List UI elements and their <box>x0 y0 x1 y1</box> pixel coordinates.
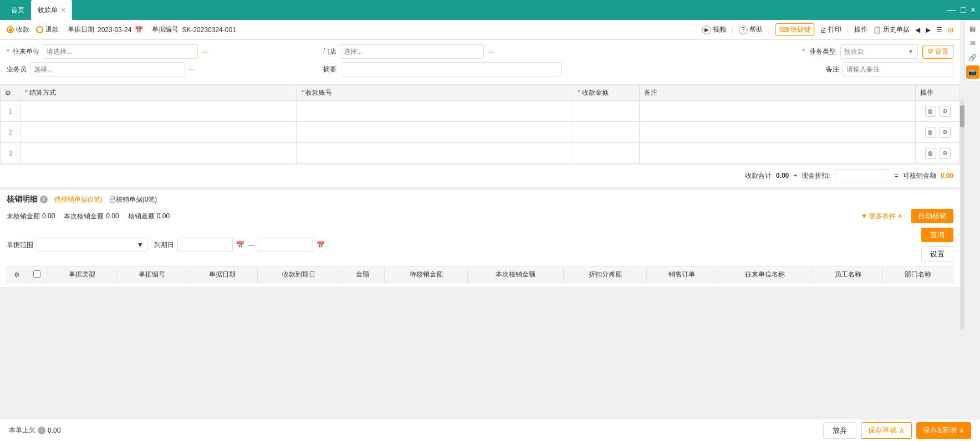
discount-input[interactable] <box>835 169 890 182</box>
maximize-icon[interactable]: □ <box>961 5 966 15</box>
verify-settings-btn[interactable]: 设置 <box>921 247 953 262</box>
receipt-tab: 收款单 × <box>31 0 72 20</box>
calendar-icon[interactable]: 📅 <box>135 26 143 34</box>
row-1-settlement[interactable] <box>21 101 297 122</box>
query-btn[interactable]: 查询 <box>921 228 953 242</box>
sidebar-camera-icon[interactable]: 📷 <box>966 65 979 79</box>
unverified-value: 0.00 <box>42 212 55 220</box>
remark-input-2[interactable] <box>640 122 915 142</box>
date-to-input[interactable]: 2022-04-12 <box>258 238 313 252</box>
summary-input[interactable] <box>340 62 562 76</box>
scrollbar-track <box>960 100 964 330</box>
scrollbar-thumb[interactable] <box>960 105 964 127</box>
settings-btn[interactable]: ⚙ 设置 <box>922 45 953 59</box>
video-btn[interactable]: ▶ 视频 <box>702 25 726 34</box>
account-input-3[interactable] <box>297 143 572 163</box>
col-counterpart-name: 往来单位名称 <box>717 267 813 283</box>
print-btn[interactable]: 🖨 打印 <box>820 25 841 34</box>
col-doc-type: 单据类型 <box>47 267 118 283</box>
account-input-2[interactable] <box>297 122 572 142</box>
grid-view-btn[interactable]: ⊞ <box>948 26 953 34</box>
store-ellipsis[interactable]: ··· <box>487 47 494 56</box>
copy-icon-1[interactable]: ⊕ <box>940 106 951 117</box>
operate-btn[interactable]: 操作 <box>854 25 867 34</box>
col-header-remark: 备注 <box>639 85 915 101</box>
row-3-account[interactable] <box>297 143 573 164</box>
sidebar-table-icon[interactable]: ▦ <box>966 22 979 35</box>
tab-close-icon[interactable]: × <box>61 0 65 20</box>
row-2-remark[interactable] <box>639 122 915 143</box>
info-icon: i <box>40 196 48 203</box>
row-2-amount[interactable] <box>573 122 639 143</box>
counterpart-input[interactable] <box>43 44 198 59</box>
pending-tab[interactable]: 待核销单据(0笔) <box>54 195 103 204</box>
salesperson-field: 业务员 ··· <box>7 62 321 76</box>
delete-icon-1[interactable]: 🗑 <box>925 106 936 117</box>
list-view-btn[interactable]: ☰ <box>936 26 942 34</box>
range-chevron-icon: ▼ <box>137 241 144 249</box>
nav-next-btn[interactable]: ▶ <box>926 26 931 34</box>
help-btn[interactable]: ? 帮助 <box>739 25 763 34</box>
copy-icon-2[interactable]: ⊕ <box>940 127 951 138</box>
row-2-account[interactable] <box>297 122 573 143</box>
remark-input-3[interactable] <box>640 143 915 163</box>
settlement-input-2[interactable] <box>21 122 296 142</box>
row-1-account[interactable] <box>297 101 573 122</box>
range-label: 单据范围 <box>7 240 33 250</box>
range-select[interactable]: ▼ <box>37 238 147 252</box>
store-input[interactable] <box>340 44 484 59</box>
pending-done-label[interactable]: 已核销单据(0笔) <box>109 195 157 204</box>
delete-icon-3[interactable]: 🗑 <box>925 148 936 159</box>
store-label: 门店 <box>323 47 336 57</box>
delete-icon-2[interactable]: 🗑 <box>925 127 936 138</box>
nav-prev-btn[interactable]: ◀ <box>915 26 920 34</box>
account-input-1[interactable] <box>297 101 572 121</box>
settlement-input-3[interactable] <box>21 143 296 163</box>
calendar-to-icon[interactable]: 📅 <box>317 241 325 249</box>
table-row: 1 🗑 ⊕ <box>1 101 960 122</box>
bottom-gear-icon[interactable]: ⚙ <box>14 271 20 279</box>
bottom-table-settings-header: ⚙ <box>7 267 27 283</box>
counterpart-label: 往来单位 <box>13 47 39 57</box>
history-btn[interactable]: 📋 历史单据 <box>873 25 910 34</box>
number-value: SK-20230324-001 <box>182 26 236 34</box>
row-no-3: 3 <box>1 143 21 164</box>
amount-input-3[interactable] <box>573 143 639 163</box>
more-filter-btn[interactable]: ▼ 更多条件 ∧ <box>861 212 902 221</box>
settlement-input-1[interactable] <box>21 101 296 121</box>
row-3-settlement[interactable] <box>21 143 297 164</box>
radio-refund[interactable]: 退款 <box>36 25 59 34</box>
row-1-amount[interactable] <box>573 101 639 122</box>
counterpart-ellipsis[interactable]: ··· <box>201 47 208 56</box>
col-discount: 折扣分摊额 <box>564 267 647 283</box>
amount-input-1[interactable] <box>573 101 639 121</box>
sidebar-link-icon[interactable]: 🔗 <box>966 51 979 64</box>
history-icon: 📋 <box>873 26 881 34</box>
amount-input-2[interactable] <box>573 122 639 142</box>
row-3-amount[interactable] <box>573 143 639 164</box>
video-icon: ▶ <box>702 25 711 34</box>
minimize-icon[interactable]: — <box>947 5 956 15</box>
salesperson-ellipsis[interactable]: ··· <box>188 65 195 74</box>
row-3-remark[interactable] <box>639 143 915 164</box>
verify-section: 核销明细 i 待核销单据(0笔) 已核销单据(0笔) 未核销金额 0.00 本次… <box>0 190 960 287</box>
auto-verify-btn[interactable]: 自动核销 <box>911 209 953 223</box>
row-1-remark[interactable] <box>639 101 915 122</box>
radio-receipt[interactable]: 收款 <box>7 25 29 34</box>
remark-input[interactable] <box>843 62 953 76</box>
table-gear-icon[interactable]: ⚙ <box>5 89 11 97</box>
select-all-checkbox[interactable] <box>33 270 40 278</box>
salesperson-input[interactable] <box>30 62 185 76</box>
window-close-icon[interactable]: × <box>971 5 976 15</box>
date-from-input[interactable]: 2022-04-01 <box>177 238 233 252</box>
shortcut-btn[interactable]: ⌨ 快捷键 <box>775 23 814 36</box>
remark-input-1[interactable] <box>640 101 915 121</box>
keyboard-icon: ⌨ <box>779 26 789 34</box>
home-tab[interactable]: 首页 <box>4 0 31 20</box>
business-type-select[interactable]: 预收款 ▼ <box>840 44 918 59</box>
calendar-from-icon[interactable]: 📅 <box>236 241 244 249</box>
sidebar-email-icon[interactable]: ✉ <box>966 37 979 50</box>
radio-dot-refund <box>36 26 43 33</box>
row-2-settlement[interactable] <box>21 122 297 143</box>
copy-icon-3[interactable]: ⊕ <box>940 148 951 159</box>
